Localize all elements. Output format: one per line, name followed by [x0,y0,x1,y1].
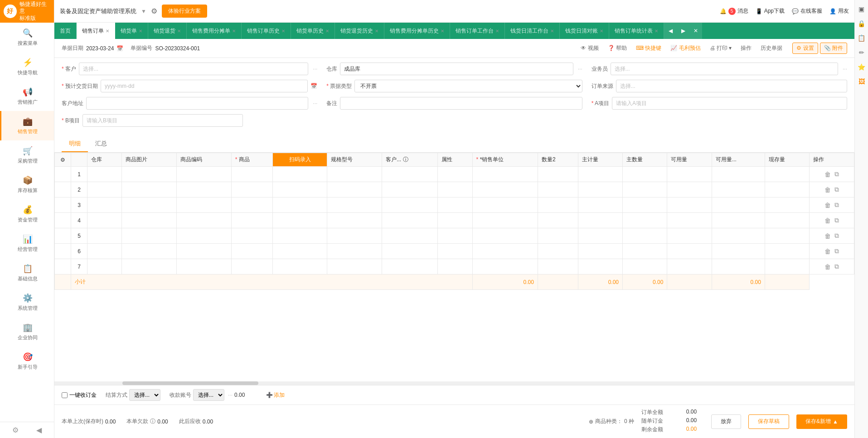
tab-detail[interactable]: 明细 [62,136,88,152]
row-sales-unit-cell[interactable] [472,167,538,182]
row-warehouse-cell[interactable] [87,213,122,228]
row-customer-code-cell[interactable] [382,182,438,197]
tab-sales-return-close[interactable]: ✕ [177,29,181,34]
row-qty2-cell[interactable] [538,197,578,213]
row-spec-cell[interactable] [327,182,382,197]
row-customer-code-cell[interactable] [382,244,438,259]
quick-order-checkbox[interactable]: 一键收订金 [62,391,97,399]
row-spec-cell[interactable] [327,167,382,182]
row-product-code-cell[interactable] [176,259,231,274]
remark-input[interactable] [340,97,582,110]
tab-sales-invoice[interactable]: 销货单 ✕ [115,23,148,39]
row-main-qty-cell[interactable] [622,228,667,244]
row-main-qty-cell[interactable] [622,182,667,197]
profit-btn[interactable]: 📈 毛利预估 [668,43,703,53]
settings-btn[interactable]: ⚙ 设置 [792,43,818,54]
row-qty2-cell[interactable] [538,244,578,259]
sidebar-item-operations[interactable]: 📊 经营管理 [0,229,54,258]
attach-btn[interactable]: 📎 附件 [820,43,847,54]
row-warehouse-cell[interactable] [87,167,122,182]
row-warehouse-cell[interactable] [87,244,122,259]
row-product-code-cell[interactable] [176,197,231,213]
topbar-user[interactable]: 👤 用友 [829,7,849,15]
row-spec-cell[interactable] [327,213,382,228]
help-btn[interactable]: ❓ 帮助 [605,43,630,53]
row-qty2-cell[interactable] [538,182,578,197]
tab-expense-split[interactable]: 销售费用分摊单 ✕ [187,23,242,39]
print-btn[interactable]: 🖨 打印 ▾ [707,43,735,53]
tab-invoice-history-close[interactable]: ✕ [325,29,329,34]
salesperson-dots[interactable]: ··· [843,66,847,72]
address-dots[interactable]: ··· [313,100,317,106]
current-due-info-icon[interactable]: ⓘ [150,418,155,425]
delivery-input[interactable] [101,80,308,92]
row-spec-cell[interactable] [327,228,382,244]
row-warehouse-cell[interactable] [87,182,122,197]
col-settings[interactable]: ⚙ [55,153,71,167]
right-panel-icon-2[interactable]: 🔒 [856,18,867,29]
row-product-cell[interactable] [231,228,272,244]
row-attribute-cell[interactable] [438,259,472,274]
row-copy-btn[interactable]: ⧉ [834,262,840,271]
right-panel-icon-1[interactable]: ▣ [856,4,867,14]
calendar-icon[interactable]: 📅 [116,45,123,52]
row-customer-code-cell[interactable] [382,228,438,244]
salesperson-input[interactable] [611,63,838,75]
sidebar-item-inventory[interactable]: 📦 库存核算 [0,170,54,199]
address-input[interactable] [86,97,308,110]
operations-btn[interactable]: 操作 [738,43,754,53]
tab-expense-history-close[interactable]: ✕ [441,29,444,34]
tab-sales-summary-close[interactable]: ✕ [655,29,658,34]
tab-order-workbench[interactable]: 销售订单工作台 ✕ [450,23,505,39]
tab-sales-order-close[interactable]: ✕ [106,29,109,34]
tab-cash-reconcile-close[interactable]: ✕ [600,29,603,34]
row-attribute-cell[interactable] [438,182,472,197]
tab-sales-order[interactable]: 销售订单 ✕ [77,23,115,39]
tab-cash-reconcile[interactable]: 钱货日清对账 ✕ [560,23,609,39]
row-copy-btn[interactable]: ⧉ [834,246,840,256]
tab-summary[interactable]: 汇总 [88,136,114,152]
history-btn[interactable]: 历史单据 [758,43,785,53]
tab-sales-summary[interactable]: 销售订单统计表 ✕ [609,23,664,39]
row-customer-code-cell[interactable] [382,213,438,228]
row-product-cell[interactable] [231,167,272,182]
topbar-notification[interactable]: 🔔 5 消息 [720,7,748,15]
payment-method-select[interactable]: 选择... [129,389,160,401]
row-spec-cell[interactable] [327,197,382,213]
tab-order-history-close[interactable]: ✕ [281,29,285,34]
row-qty2-cell[interactable] [538,167,578,182]
right-panel-icon-4[interactable]: ✏ [856,47,867,58]
date-value[interactable]: 2023-03-24 [86,45,114,52]
row-copy-btn[interactable]: ⧉ [834,216,840,225]
save-new-btn[interactable]: 保存&新增 ▲ [796,414,847,429]
row-main-qty-cell[interactable] [622,259,667,274]
row-sales-unit-cell[interactable] [472,213,538,228]
row-product-code-cell[interactable] [176,167,231,182]
row-delete-btn[interactable]: 🗑 [824,169,832,179]
right-panel-icon-6[interactable]: 🖼 [856,76,867,87]
tab-sales-invoice-close[interactable]: ✕ [139,29,142,34]
a-project-input[interactable] [612,97,847,110]
row-delete-btn[interactable]: 🗑 [824,231,832,241]
row-customer-code-cell[interactable] [382,197,438,213]
tab-invoice-history[interactable]: 销货单历史 ✕ [291,23,335,39]
scrollbar-thumb[interactable] [122,381,258,385]
horizontal-scrollbar[interactable] [54,381,854,385]
col-scan[interactable]: 扫码录入 [272,153,327,167]
tab-cash-workbench[interactable]: 钱货日清工作台 ✕ [505,23,560,39]
add-btn[interactable]: ➕ 添加 [266,391,285,399]
discard-btn[interactable]: 放弃 [711,414,741,429]
tab-prev-btn[interactable]: ◀ [664,23,677,39]
row-attribute-cell[interactable] [438,167,472,182]
quick-order-check[interactable] [62,392,68,398]
tab-return-history-close[interactable]: ✕ [375,29,378,34]
shortcuts-btn[interactable]: ⌨ 快捷键 [633,43,664,53]
row-copy-btn[interactable]: ⧉ [834,169,840,179]
trial-btn[interactable]: 体验行业方案 [162,5,207,18]
tab-sales-return[interactable]: 销货退货 ✕ [148,23,187,39]
row-attribute-cell[interactable] [438,244,472,259]
row-qty2-cell[interactable] [538,213,578,228]
tab-next-btn[interactable]: ▶ [677,23,689,39]
row-warehouse-cell[interactable] [87,228,122,244]
row-main-qty-cell[interactable] [622,213,667,228]
